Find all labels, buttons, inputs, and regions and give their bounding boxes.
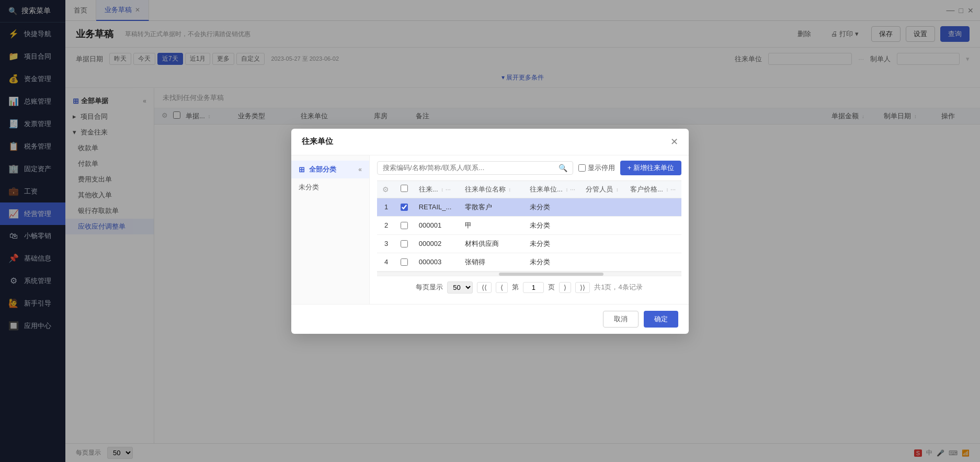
row-index: 1 <box>377 198 395 216</box>
row-index: 3 <box>377 234 395 253</box>
price-more-icon[interactable]: ··· <box>670 186 676 193</box>
confirm-button[interactable]: 确定 <box>644 311 678 328</box>
display-disabled-check[interactable]: 显示停用 <box>578 163 615 173</box>
row-name: 甲 <box>460 216 525 234</box>
row-category: 未分类 <box>525 253 580 271</box>
modal-header: 往来单位 ✕ <box>291 129 689 155</box>
modal-sidebar-all-label: 全部分类 <box>309 165 336 174</box>
row-name: 材料供应商 <box>460 234 525 253</box>
grid-icon: ⊞ <box>299 165 305 174</box>
row-category: 未分类 <box>525 216 580 234</box>
row-person <box>580 198 625 216</box>
gear-col-icon[interactable]: ⚙ <box>382 185 389 194</box>
col-code-header: 往来... ↕ ··· <box>414 181 460 198</box>
modal: 往来单位 ✕ ⊞ 全部分类 « 未分类 <box>291 129 689 334</box>
page-input[interactable] <box>523 282 544 293</box>
modal-sidebar-uncategorized-label: 未分类 <box>299 183 319 192</box>
table-select-all[interactable] <box>401 185 408 192</box>
row-code: 000003 <box>414 253 460 271</box>
search-icon: 🔍 <box>559 164 567 172</box>
row-checkbox-cell[interactable] <box>395 253 414 271</box>
last-page-btn[interactable]: ⟩⟩ <box>575 282 590 293</box>
add-party-button[interactable]: + 新增往来单位 <box>620 161 681 175</box>
col-price-header: 客户价格... ↕ ··· <box>625 181 681 198</box>
col-category-header: 往来单位... ↕ ··· <box>525 181 580 198</box>
modal-sidebar-all[interactable]: ⊞ 全部分类 « <box>291 161 369 178</box>
modal-toolbar: 🔍 显示停用 + 新增往来单位 <box>377 161 681 175</box>
row-code: RETAIL_... <box>414 198 460 216</box>
table-row[interactable]: 3 000002 材料供应商 未分类 <box>377 234 681 253</box>
modal-body: ⊞ 全部分类 « 未分类 🔍 显示停用 <box>291 155 689 304</box>
code-sort-icon: ↕ <box>441 187 443 193</box>
page-total: 共1页，4条记录 <box>594 283 642 292</box>
row-index: 4 <box>377 253 395 271</box>
row-price <box>625 216 681 234</box>
row-code: 000001 <box>414 216 460 234</box>
row-price <box>625 234 681 253</box>
disabled-checkbox[interactable] <box>578 164 586 172</box>
row-checkbox[interactable] <box>401 204 408 211</box>
col-person-header: 分管人员 ↕ <box>580 181 625 198</box>
modal-footer: 取消 确定 <box>291 304 689 334</box>
modal-close-button[interactable]: ✕ <box>670 136 678 148</box>
first-page-btn[interactable]: ⟨⟨ <box>477 282 492 293</box>
display-disabled-label: 显示停用 <box>588 163 615 173</box>
row-checkbox-cell[interactable] <box>395 234 414 253</box>
prev-page-btn[interactable]: ⟨ <box>496 282 508 293</box>
price-sort-icon: ↕ <box>666 187 668 193</box>
page-unit: 页 <box>548 283 555 292</box>
modal-overlay[interactable]: 往来单位 ✕ ⊞ 全部分类 « 未分类 <box>0 0 980 462</box>
col-check-header <box>395 181 414 198</box>
table-row[interactable]: 4 000003 张销得 未分类 <box>377 253 681 271</box>
per-page-select[interactable]: 50 <box>447 281 473 294</box>
scroll-bar-thumb[interactable] <box>499 273 603 276</box>
modal-table-wrap: ⚙ 往来... ↕ ··· <box>377 181 681 272</box>
row-name: 张销得 <box>460 253 525 271</box>
row-checkbox-cell[interactable] <box>395 198 414 216</box>
row-person <box>580 253 625 271</box>
table-row[interactable]: 1 RETAIL_... 零散客户 未分类 <box>377 198 681 216</box>
category-more-icon[interactable]: ··· <box>570 186 575 193</box>
row-index: 2 <box>377 216 395 234</box>
table-row[interactable]: 2 000001 甲 未分类 <box>377 216 681 234</box>
modal-sidebar-uncategorized[interactable]: 未分类 <box>291 178 369 196</box>
scroll-bar-area[interactable] <box>377 272 681 276</box>
search-input[interactable] <box>383 164 559 172</box>
row-checkbox-cell[interactable] <box>395 216 414 234</box>
modal-title: 往来单位 <box>302 137 333 147</box>
row-category: 未分类 <box>525 234 580 253</box>
per-page-label: 每页显示 <box>416 283 443 292</box>
modal-collapse-btn[interactable]: « <box>358 166 362 173</box>
row-name: 零散客户 <box>460 198 525 216</box>
row-category: 未分类 <box>525 198 580 216</box>
row-code: 000002 <box>414 234 460 253</box>
row-price <box>625 198 681 216</box>
search-box[interactable]: 🔍 <box>377 161 573 175</box>
person-sort-icon: ↕ <box>616 187 619 193</box>
col-name-header: 往来单位名称 ↕ <box>460 181 525 198</box>
modal-main: 🔍 显示停用 + 新增往来单位 ⚙ <box>370 155 689 304</box>
row-checkbox[interactable] <box>401 222 408 229</box>
row-person <box>580 234 625 253</box>
category-sort-icon: ↕ <box>565 187 568 193</box>
row-checkbox[interactable] <box>401 240 408 247</box>
row-checkbox[interactable] <box>401 258 408 266</box>
modal-pagination: 每页显示 50 ⟨⟨ ⟨ 第 页 ⟩ ⟩⟩ 共1页，4条记录 <box>377 276 681 299</box>
next-page-btn[interactable]: ⟩ <box>559 282 571 293</box>
row-person <box>580 216 625 234</box>
name-sort-icon: ↕ <box>508 187 511 193</box>
modal-sidebar: ⊞ 全部分类 « 未分类 <box>291 155 370 304</box>
code-more-icon[interactable]: ··· <box>446 186 451 193</box>
row-price <box>625 253 681 271</box>
cancel-button[interactable]: 取消 <box>603 311 639 328</box>
modal-table: ⚙ 往来... ↕ ··· <box>377 181 681 272</box>
page-label: 第 <box>512 283 519 292</box>
col-gear-header[interactable]: ⚙ <box>377 181 395 198</box>
